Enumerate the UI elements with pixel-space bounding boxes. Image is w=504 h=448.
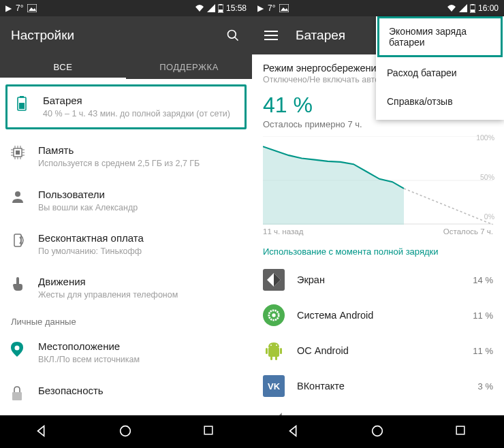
usage-item-screen[interactable]: Экран 14 % [252,262,504,298]
screen-icon [263,269,285,291]
item-security[interactable]: Безопасность [0,375,252,411]
svg-rect-49 [268,347,279,357]
svg-rect-53 [275,356,277,360]
item-title: Пользователи [38,189,241,200]
svg-marker-33 [281,7,288,11]
search-icon[interactable] [225,27,241,44]
wifi-icon [447,4,456,12]
battery-icon [218,4,223,13]
axis-100: 100% [476,133,494,142]
item-sub: Вы вошли как Александр [38,202,241,213]
usage-pct: 11 % [473,346,493,356]
svg-line-7 [235,37,238,41]
usage-item-network[interactable]: Связь с сетью 2 % [252,404,504,415]
svg-marker-29 [37,426,44,436]
svg-marker-58 [289,426,296,436]
tab-support[interactable]: ПОДДЕРЖКА [126,54,252,79]
nav-recents[interactable] [454,423,470,440]
item-title: Безопасность [38,385,241,396]
settings-list: Батарея 40 % – 1 ч. 43 мин. до полной за… [0,79,252,415]
signal-icon [207,4,215,12]
item-sub: По умолчанию: Тинькофф [38,246,241,257]
nav-back[interactable] [34,423,50,440]
chart-label-right: Осталось 7 ч. [443,227,493,236]
menu-icon[interactable] [263,27,279,44]
lock-icon [11,385,38,401]
svg-marker-2 [207,4,215,12]
svg-rect-28 [12,392,22,400]
svg-point-48 [272,313,275,317]
svg-point-6 [228,31,236,39]
svg-point-27 [15,346,20,351]
location-icon [11,340,38,357]
item-nfc-pay[interactable]: Бесконтактная оплата По умолчанию: Тиньк… [0,223,252,266]
svg-rect-60 [456,426,464,434]
item-gestures[interactable]: Движения Жесты для управления телефоном [0,266,252,310]
svg-rect-9 [20,96,24,98]
svg-rect-52 [270,356,272,360]
usage-label: ОС Android [297,345,473,356]
nav-home[interactable] [370,423,386,440]
play-icon: ▶ [257,3,264,13]
usage-item-android-system[interactable]: Система Android 11 % [252,298,504,333]
usage-pct: 3 % [478,381,493,391]
status-temp: 7° [268,3,275,13]
usage-pct: 14 % [473,275,493,285]
nav-recents[interactable] [202,423,218,440]
status-bar: ▶ 7° 16:00 [252,0,504,16]
svg-rect-31 [204,426,212,434]
gear-icon [263,304,285,326]
svg-point-30 [121,426,131,436]
menu-battery-usage[interactable]: Расход батареи [376,59,504,87]
svg-rect-26 [14,234,21,246]
item-users[interactable]: Пользователи Вы вошли как Александр [0,179,252,223]
page-title: Настройки [11,28,74,43]
svg-rect-5 [219,10,223,12]
page-title: Батарея [296,28,345,43]
signal-icon [459,4,467,12]
chart-x-labels: 11 ч. назад Осталось 7 ч. [252,227,504,238]
usage-item-android-os[interactable]: ОС Android 11 % [252,333,504,368]
battery-icon [470,4,475,13]
tab-all[interactable]: ВСЕ [0,54,126,79]
item-title: Батарея [43,95,236,106]
vk-icon: VK [263,375,285,397]
svg-rect-10 [19,103,25,109]
section-personal: Личные данные [0,310,252,331]
status-bar: ▶ 7° 15:58 [0,0,252,16]
item-title: Местоположение [38,340,241,352]
usage-item-vk[interactable]: VK ВКонтакте 3 % [252,368,504,404]
item-sub: ВКЛ./По всем источникам [38,354,241,365]
memory-icon [11,144,38,159]
svg-marker-46 [274,273,281,287]
nfc-icon [11,232,38,247]
nav-back[interactable] [286,423,302,440]
battery-chart[interactable]: 100% 50% 0% [263,136,493,225]
svg-marker-34 [459,4,467,12]
svg-rect-51 [280,348,282,354]
status-time: 15:58 [226,3,247,13]
person-icon [11,189,38,204]
item-title: Бесконтактная оплата [38,232,241,244]
svg-point-55 [276,345,277,346]
svg-point-25 [15,191,20,197]
wifi-icon [195,4,204,12]
menu-help-feedback[interactable]: Справка/отзыв [376,87,504,116]
item-battery[interactable]: Батарея 40 % – 1 ч. 43 мин. до полной за… [7,86,245,127]
play-icon: ▶ [5,3,12,13]
item-sub: 40 % – 1 ч. 43 мин. до полной зарядки (о… [43,108,236,119]
highlight-battery: Батарея 40 % – 1 ч. 43 мин. до полной за… [5,84,247,129]
item-sub: Жесты для управления телефоном [38,289,241,300]
item-memory[interactable]: Память Используется в среднем 2,5 ГБ из … [0,135,252,178]
chart-label-left: 11 ч. назад [263,227,303,236]
status-temp: 7° [16,3,23,13]
usage-label: Экран [297,274,473,285]
settings-screen: ▶ 7° 15:58 Настройки ВСЕ ПОДДЕРЖКА [0,0,252,448]
item-sub: Используется в среднем 2,5 ГБ из 2,7 ГБ [38,158,241,169]
nav-home[interactable] [118,423,134,440]
gesture-icon [11,276,38,291]
item-location[interactable]: Местоположение ВКЛ./По всем источникам [0,331,252,374]
menu-battery-saver[interactable]: Экономия заряда батареи [379,18,501,55]
battery-icon [16,95,43,111]
svg-point-54 [270,345,272,346]
